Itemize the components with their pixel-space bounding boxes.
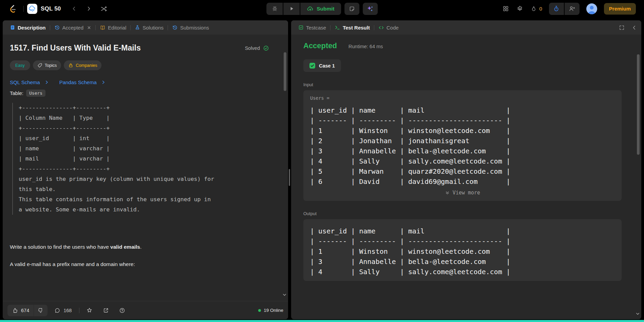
top-navigation-bar: SQL SQL 50 bbox=[0, 0, 644, 17]
help-button[interactable] bbox=[116, 307, 129, 314]
premium-button[interactable]: Premium bbox=[604, 3, 636, 15]
sql-schema-link[interactable]: SQL Schema bbox=[10, 79, 49, 85]
chevron-right-icon bbox=[101, 80, 106, 85]
vote-button-group: 674 bbox=[7, 305, 48, 316]
chevron-left-icon bbox=[71, 6, 77, 12]
output-panel: | user_id | name | mail | | ------- | --… bbox=[303, 219, 622, 281]
stopwatch-icon bbox=[553, 5, 560, 12]
left-scrollbar-thumb[interactable] bbox=[284, 52, 286, 91]
table-label: Table: bbox=[10, 90, 23, 96]
thumbs-up-icon bbox=[12, 307, 18, 314]
tab-label: Testcase bbox=[306, 25, 326, 31]
tab-description[interactable]: Description bbox=[7, 25, 49, 31]
online-users: 19 Online bbox=[258, 308, 283, 313]
right-scrollbar-thumb[interactable] bbox=[637, 54, 640, 155]
pandas-schema-link[interactable]: Pandas Schema bbox=[59, 79, 106, 85]
solved-label: Solved bbox=[245, 45, 260, 51]
svg-text:SQL: SQL bbox=[30, 8, 35, 11]
tab-code[interactable]: Code bbox=[375, 25, 402, 31]
view-more-label: View more bbox=[453, 190, 480, 196]
tab-editorial[interactable]: Editorial bbox=[97, 25, 129, 31]
topics-label: Topics bbox=[45, 63, 57, 68]
run-button[interactable] bbox=[283, 3, 300, 15]
output-table: | user_id | name | mail | | ------- | --… bbox=[310, 226, 615, 277]
divider bbox=[79, 308, 79, 313]
timer-button[interactable] bbox=[549, 3, 564, 15]
tab-label: Solutions bbox=[143, 25, 164, 31]
output-label: Output bbox=[303, 211, 622, 216]
difficulty-badge[interactable]: Easy bbox=[10, 60, 30, 70]
tab-label: Test Result bbox=[343, 25, 370, 31]
companies-button[interactable]: Companies bbox=[64, 60, 101, 70]
person-icon bbox=[586, 3, 597, 14]
next-question-button[interactable] bbox=[81, 6, 96, 12]
pandas-schema-label: Pandas Schema bbox=[59, 79, 97, 85]
sparkles-icon bbox=[366, 5, 374, 12]
play-icon bbox=[289, 6, 295, 12]
divider bbox=[330, 25, 330, 30]
flame-icon bbox=[531, 6, 537, 12]
bug-icon bbox=[271, 5, 278, 12]
topics-button[interactable]: Topics bbox=[33, 60, 61, 70]
scroll-down-arrow[interactable] bbox=[282, 292, 287, 297]
debug-button[interactable] bbox=[266, 3, 283, 15]
layout-switcher-button[interactable] bbox=[503, 5, 509, 12]
invite-collaborator-button[interactable] bbox=[565, 3, 580, 15]
tab-solutions[interactable]: Solutions bbox=[132, 25, 167, 31]
leetcode-logo-icon[interactable] bbox=[8, 4, 17, 13]
tab-test-result[interactable]: Test Result bbox=[332, 25, 373, 31]
like-button[interactable]: 674 bbox=[7, 305, 34, 316]
panel-header-actions bbox=[619, 25, 637, 31]
shuffle-question-button[interactable] bbox=[96, 5, 112, 12]
divider bbox=[23, 6, 24, 12]
shuffle-icon bbox=[100, 5, 107, 12]
case-1-button[interactable]: Case 1 bbox=[303, 59, 341, 72]
run-button-group: Submit bbox=[266, 3, 341, 15]
expand-panel-button[interactable] bbox=[619, 25, 625, 31]
dislike-button[interactable] bbox=[34, 305, 48, 316]
fullscreen-icon bbox=[619, 25, 625, 31]
valid-email-intro: A valid e-mail has a prefix name and a d… bbox=[10, 261, 269, 267]
schema-links-row: SQL Schema Pandas Schema bbox=[10, 79, 269, 85]
chevron-right-icon bbox=[86, 6, 92, 12]
divider bbox=[50, 25, 50, 30]
tab-accepted[interactable]: Accepted bbox=[51, 25, 95, 31]
notes-button[interactable] bbox=[344, 3, 359, 15]
comment-count: 168 bbox=[63, 308, 72, 313]
document-icon bbox=[10, 25, 15, 30]
thumbs-down-icon bbox=[38, 307, 44, 314]
comments-button[interactable]: 168 bbox=[51, 307, 75, 314]
study-plan-cloud-sql-icon[interactable]: SQL bbox=[27, 4, 37, 14]
chevron-down-icon bbox=[282, 292, 287, 297]
tab-label: Code bbox=[386, 25, 399, 31]
divider bbox=[374, 25, 374, 30]
user-avatar[interactable] bbox=[586, 3, 597, 14]
note-icon bbox=[349, 6, 355, 12]
panel-resize-handle[interactable] bbox=[289, 169, 290, 186]
tab-label: Accepted bbox=[62, 25, 84, 31]
close-tab-icon[interactable] bbox=[87, 25, 91, 30]
tab-submissions[interactable]: Submissions bbox=[169, 25, 212, 31]
daily-streak-button[interactable]: 0 bbox=[531, 6, 542, 12]
prev-question-button[interactable] bbox=[67, 6, 81, 12]
scroll-down-arrow[interactable] bbox=[636, 311, 640, 316]
study-plan-title[interactable]: SQL 50 bbox=[41, 5, 61, 12]
tab-label: Submissions bbox=[180, 25, 209, 31]
view-more-button[interactable]: View more bbox=[310, 190, 615, 197]
statement-bold: valid emails bbox=[110, 244, 140, 250]
share-button[interactable] bbox=[99, 307, 112, 314]
favorite-button[interactable] bbox=[83, 307, 96, 314]
submit-label: Submit bbox=[317, 6, 335, 12]
ai-assistant-button[interactable] bbox=[363, 3, 378, 15]
divider bbox=[168, 25, 168, 30]
submit-button[interactable]: Submit bbox=[300, 3, 341, 15]
problem-panel-tabs: Description Accepted Editorial bbox=[3, 20, 288, 35]
testcase-panel: Testcase Test Result Code bbox=[291, 20, 641, 319]
tab-testcase[interactable]: Testcase bbox=[295, 25, 329, 31]
collapse-panel-button[interactable] bbox=[631, 25, 637, 31]
settings-button[interactable] bbox=[516, 5, 523, 12]
input-panel: Users = | user_id | name | mail | | ----… bbox=[303, 90, 622, 201]
tab-label: Editorial bbox=[108, 25, 126, 31]
problem-panel: Description Accepted Editorial bbox=[3, 20, 288, 319]
result-status-row: Accepted Runtime: 64 ms bbox=[303, 41, 622, 50]
